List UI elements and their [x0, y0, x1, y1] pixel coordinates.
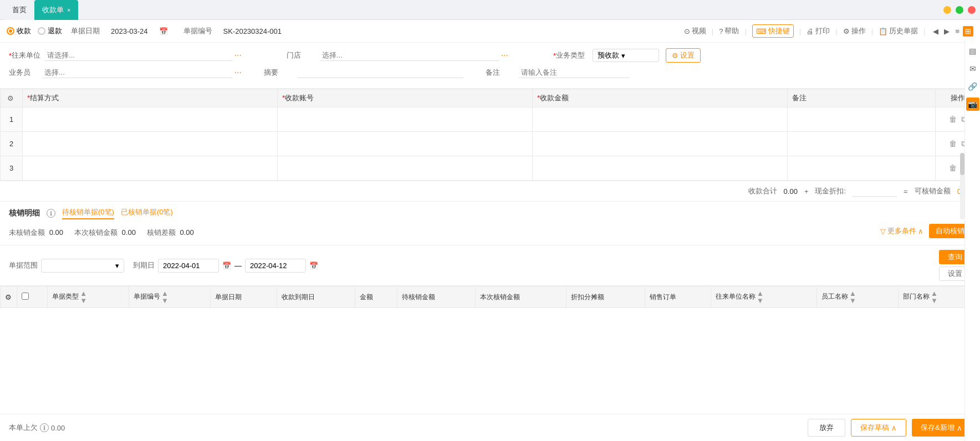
- hx-tab-done[interactable]: 已核销单据(0笔): [121, 207, 173, 219]
- th-partner-name: 往来单位名称▲▼: [711, 286, 817, 308]
- next-nav-btn[interactable]: ▶: [942, 26, 952, 37]
- footer: 本单上欠 ℹ 0.00 放弃 保存草稿 ∧ 保存&新增 ∧: [0, 414, 980, 441]
- summary-label: 摘要: [264, 68, 297, 78]
- th-pending: 待核销金额: [397, 286, 476, 308]
- hx-info-icon[interactable]: ℹ: [47, 209, 55, 218]
- th-order: 销售订单: [645, 286, 711, 308]
- shortcut-label: 快捷键: [768, 26, 790, 36]
- staff-more-icon[interactable]: ···: [234, 68, 242, 78]
- history-btn[interactable]: 📋 历史单据: [879, 26, 918, 36]
- discount-input[interactable]: [853, 186, 897, 197]
- sep2: |: [744, 27, 746, 35]
- sep1: |: [712, 27, 713, 35]
- calendar-from-icon[interactable]: 📅: [222, 261, 231, 270]
- save-button[interactable]: 保存&新增 ∧: [912, 419, 971, 437]
- scrollbar[interactable]: [960, 153, 964, 219]
- footer-info: 本单上欠 ℹ 0.00: [9, 423, 65, 433]
- calendar-to-icon[interactable]: 📅: [309, 261, 318, 270]
- cell-account-3[interactable]: [277, 156, 532, 181]
- date-from-input[interactable]: [158, 259, 219, 273]
- operation-btn[interactable]: ⚙ 操作: [843, 26, 866, 36]
- cell-settlement-3[interactable]: [23, 156, 278, 181]
- right-mail-icon[interactable]: ✉: [966, 62, 979, 75]
- print-btn[interactable]: 🖨 打印: [807, 26, 830, 36]
- select-all-checkbox[interactable]: [22, 293, 29, 300]
- diff-label: 核销差额 0.00: [147, 228, 194, 238]
- delete-icon-2[interactable]: 🗑: [949, 139, 957, 148]
- save-chevron-icon: ∧: [957, 424, 962, 432]
- grid-view-btn[interactable]: ⊞: [963, 26, 973, 37]
- radio-receipt[interactable]: 收款: [7, 26, 31, 36]
- table-gear-icon[interactable]: ⚙: [5, 93, 16, 104]
- maximize-button[interactable]: [956, 6, 963, 14]
- cell-settlement-2[interactable]: [23, 132, 278, 156]
- more-conditions-btn[interactable]: ▽ 更多条件 ∧: [880, 226, 923, 236]
- video-btn[interactable]: ⊙ 视频: [684, 26, 706, 36]
- partner-input[interactable]: [45, 50, 232, 61]
- delete-icon-3[interactable]: 🗑: [949, 163, 957, 173]
- right-link-icon[interactable]: 🔗: [966, 80, 979, 93]
- operation-label: 操作: [851, 26, 866, 36]
- cell-amount-2[interactable]: [532, 132, 787, 156]
- hx-tab-pending[interactable]: 待核销单据(0笔): [62, 207, 114, 219]
- th-account: *收款账号: [277, 89, 532, 107]
- minimize-button[interactable]: [943, 6, 951, 14]
- cell-amount-1[interactable]: [532, 107, 787, 132]
- divider1: [253, 50, 253, 61]
- delete-icon-1[interactable]: 🗑: [949, 115, 957, 124]
- business-type-select[interactable]: 预收款 ▾: [593, 49, 659, 62]
- close-button[interactable]: [968, 6, 976, 14]
- note-input[interactable]: [519, 67, 630, 78]
- bill-no-value: SK-20230324-001: [223, 27, 282, 35]
- tab-bar: 首页 收款单 ×: [0, 0, 980, 20]
- date-to-input[interactable]: [245, 259, 306, 273]
- tab-close-icon[interactable]: ×: [67, 7, 70, 13]
- tab-active[interactable]: 收款单 ×: [34, 0, 78, 20]
- partner-more-icon[interactable]: ···: [234, 50, 242, 60]
- chevron-up-icon: ∧: [918, 227, 923, 235]
- right-table-icon[interactable]: ▤: [966, 44, 979, 58]
- save-label: 保存&新增: [921, 423, 955, 433]
- diff-value: 0.00: [180, 228, 194, 237]
- cell-note-1[interactable]: [787, 107, 935, 132]
- available-label: 可核销金额: [915, 186, 951, 196]
- hx-title-row: 核销明细 ℹ 待核销单据(0笔) 已核销单据(0笔): [9, 207, 971, 219]
- help-btn[interactable]: ? 帮助: [719, 26, 739, 36]
- tab-home[interactable]: 首页: [4, 0, 34, 20]
- shortcut-btn[interactable]: ⌨ 快捷键: [752, 24, 794, 38]
- range-select[interactable]: ▾: [41, 259, 124, 273]
- range-field: 单据范围 ▾: [9, 259, 124, 273]
- prev-nav-btn[interactable]: ◀: [931, 26, 941, 37]
- calendar-icon[interactable]: 📅: [159, 27, 168, 35]
- radio-refund[interactable]: 退款: [38, 26, 62, 36]
- gear-header[interactable]: ⚙: [1, 89, 23, 107]
- draft-button[interactable]: 保存草稿 ∧: [851, 419, 906, 437]
- th-discount: 折扣分摊额: [566, 286, 645, 308]
- cell-note-2[interactable]: [787, 132, 935, 156]
- store-input[interactable]: [320, 50, 499, 61]
- store-more-icon[interactable]: ···: [501, 50, 508, 60]
- radio-receipt-dot: [7, 27, 14, 35]
- cell-account-1[interactable]: [277, 107, 532, 132]
- th-checkbox-col: [17, 286, 48, 308]
- hx-header: 核销明细 ℹ 待核销单据(0笔) 已核销单据(0笔) 未核销金额 0.00 本次…: [0, 202, 980, 245]
- discard-button[interactable]: 放弃: [808, 419, 845, 437]
- right-camera-icon[interactable]: 📷: [966, 98, 979, 111]
- gear-icon: ⚙: [672, 52, 678, 60]
- draft-chevron-icon: ∧: [891, 424, 897, 432]
- summary-row: 收款合计 0.00 + 现金折扣: = 可核销金额 0.00: [0, 181, 980, 202]
- footer-info-icon[interactable]: ℹ: [40, 423, 49, 432]
- table-row: 2 🗑 ⧉: [1, 132, 980, 156]
- cell-settlement-1[interactable]: [23, 107, 278, 132]
- list-view-btn[interactable]: ≡: [953, 26, 962, 37]
- scrollbar-thumb[interactable]: [960, 153, 964, 175]
- summary-input[interactable]: [297, 67, 463, 78]
- cell-account-2[interactable]: [277, 132, 532, 156]
- cell-note-3[interactable]: [787, 156, 935, 181]
- plus-sign: +: [804, 187, 809, 196]
- gear-bottom-icon[interactable]: ⚙: [5, 293, 12, 301]
- partner-label: 往来单位: [12, 50, 45, 60]
- staff-input[interactable]: [42, 67, 232, 78]
- settings-button[interactable]: ⚙ 设置: [666, 48, 701, 63]
- cell-amount-3[interactable]: [532, 156, 787, 181]
